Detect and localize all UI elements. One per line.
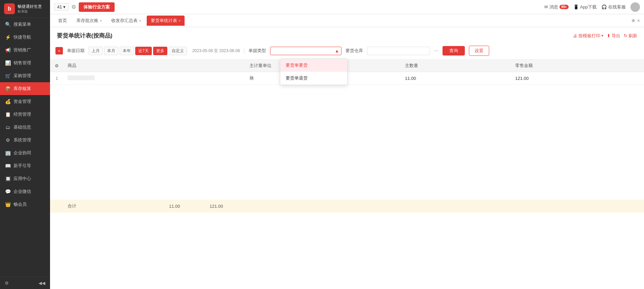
online-service-label: 在线客服 bbox=[608, 4, 626, 10]
tab-order-stats[interactable]: 要货单统计表 × bbox=[147, 16, 185, 26]
tab-home[interactable]: 首页 bbox=[54, 16, 71, 26]
sidebar-item-label: 企业微信 bbox=[14, 188, 31, 195]
filter-settings-button[interactable]: 设置 bbox=[469, 46, 489, 56]
dropdown-item-return[interactable]: 要货单退货 bbox=[280, 72, 347, 85]
sidebar-nav: 🔍 搜索菜单 ⚡ 快捷导航 📢 营销推广 📊 销售管理 🛒 采购管理 📦 库存核… bbox=[0, 18, 50, 277]
chevron-down-icon: ▾ bbox=[601, 34, 603, 38]
warehouse-label: 要货仓库 bbox=[345, 48, 363, 54]
date-btn-custom[interactable]: 自定义 bbox=[169, 47, 187, 55]
chevron-up-icon[interactable]: ▲ bbox=[333, 48, 341, 53]
search-icon: 🔍 bbox=[5, 21, 11, 27]
sidebar-item-label: 资金管理 bbox=[14, 98, 31, 105]
sidebar-item-label: 企业协同 bbox=[14, 150, 31, 156]
th-product: 商品 bbox=[64, 60, 245, 72]
sidebar-item-inventory[interactable]: 📦 库存核算 bbox=[0, 82, 50, 95]
sidebar-item-label: 基础信息 bbox=[14, 124, 31, 130]
sidebar-collapse-icon[interactable]: ◀◀ bbox=[39, 281, 45, 286]
sidebar-item-label: 畅会员 bbox=[14, 201, 27, 207]
money-icon: 💰 bbox=[5, 98, 11, 105]
more-options-icon[interactable]: ··· bbox=[434, 48, 438, 54]
type-select-wrapper[interactable]: ▲ bbox=[270, 47, 341, 55]
sidebar-item-system[interactable]: ⚙ 系统管理 bbox=[0, 134, 50, 147]
sidebar-bottom: ⚙ ◀◀ bbox=[0, 277, 50, 289]
th-amount: 零售金额 bbox=[511, 60, 644, 72]
date-range: 2023-05-06 至 2023-06-06 bbox=[192, 48, 240, 54]
type-dropdown: 要货单要货 要货单退货 bbox=[280, 59, 348, 85]
sidebar-item-guide[interactable]: 📖 新手引导 bbox=[0, 159, 50, 172]
dropdown-item-order[interactable]: 要货单要货 bbox=[280, 59, 347, 72]
company-name: 41 bbox=[57, 4, 62, 9]
date-buttons: 上月 本月 本年 近7天 更多 自定义 bbox=[89, 47, 187, 55]
column-settings-icon[interactable]: ⚙ bbox=[55, 63, 59, 68]
date-btn-last-month[interactable]: 上月 bbox=[89, 47, 103, 55]
th-settings[interactable]: ⚙ bbox=[50, 60, 64, 72]
close-icon[interactable]: × bbox=[100, 19, 102, 23]
sidebar-item-wechat[interactable]: 💬 企业微信 bbox=[0, 185, 50, 198]
query-button[interactable]: 查询 bbox=[443, 46, 465, 55]
sidebar-item-label: 营销推广 bbox=[14, 47, 31, 53]
printer-icon: 🖨 bbox=[573, 33, 577, 38]
date-btn-7days[interactable]: 近7天 bbox=[135, 47, 152, 55]
filter-bar: » 单据日期 上月 本月 本年 近7天 更多 自定义 2023-05-06 至 … bbox=[50, 42, 644, 60]
sidebar-item-label: 库存核算 bbox=[14, 86, 31, 92]
page-title: 要货单统计表(按商品) bbox=[57, 32, 112, 40]
chart-icon: 📊 bbox=[5, 60, 11, 66]
sidebar-item-operations[interactable]: 📋 经营管理 bbox=[0, 108, 50, 121]
row-qty: 11.00 bbox=[401, 72, 511, 85]
sidebar-item-label: 快捷导航 bbox=[14, 34, 31, 40]
sidebar-item-purchase[interactable]: 🛒 采购管理 bbox=[0, 69, 50, 82]
print-label: 按模板打印 bbox=[578, 33, 600, 39]
topbar-settings-icon[interactable]: ⚙ bbox=[71, 4, 76, 10]
tab-collect-summary[interactable]: 收发存汇总表 × bbox=[107, 16, 145, 26]
sidebar-item-marketing[interactable]: 📢 营销推广 bbox=[0, 44, 50, 57]
app-subname: 标准版 bbox=[18, 9, 42, 14]
table-footer: 合计 11.00 121.00 bbox=[50, 200, 644, 213]
close-all-icon[interactable]: × bbox=[637, 18, 640, 23]
sidebar-item-basic-info[interactable]: 🗂 基础信息 bbox=[0, 121, 50, 134]
sidebar-item-finance[interactable]: 💰 资金管理 bbox=[0, 95, 50, 108]
warehouse-input[interactable] bbox=[367, 47, 430, 55]
page-actions: 🖨 按模板打印 ▾ ⬆ 导出 ↻ 刷新 bbox=[573, 33, 637, 39]
date-btn-more[interactable]: 更多 bbox=[153, 47, 167, 55]
messages-item[interactable]: ✉ 消息 99+ bbox=[544, 4, 569, 10]
logo-area: b 畅捷通好生意 标准版 bbox=[0, 0, 50, 18]
sidebar-settings-icon[interactable]: ⚙ bbox=[5, 281, 9, 286]
refresh-label: 刷新 bbox=[628, 33, 637, 39]
messages-badge: 99+ bbox=[559, 5, 569, 9]
sidebar-item-app-center[interactable]: 🔲 应用中心 bbox=[0, 172, 50, 185]
date-btn-this-year[interactable]: 本年 bbox=[120, 47, 134, 55]
product-placeholder bbox=[68, 75, 95, 80]
refresh-button[interactable]: ↻ 刷新 bbox=[624, 33, 637, 39]
export-button[interactable]: ⬆ 导出 bbox=[607, 33, 620, 39]
export-icon: ⬆ bbox=[607, 33, 611, 38]
sidebar-item-search[interactable]: 🔍 搜索菜单 bbox=[0, 18, 50, 31]
page-content: 要货单统计表(按商品) 🖨 按模板打印 ▾ ⬆ 导出 ↻ 刷新 bbox=[50, 27, 644, 289]
user-avatar[interactable] bbox=[630, 2, 640, 12]
row-num: 1 bbox=[50, 72, 64, 85]
filter-divider bbox=[244, 48, 244, 54]
tab-inventory-batch[interactable]: 库存批次账 × bbox=[72, 16, 106, 26]
th-qty: 主数量 bbox=[401, 60, 511, 72]
lightning-icon: ⚡ bbox=[5, 34, 11, 40]
phone-icon: 📱 bbox=[573, 4, 579, 9]
footer-qty: 11.00 bbox=[165, 204, 206, 209]
expand-filter-button[interactable]: » bbox=[55, 47, 63, 54]
print-button[interactable]: 🖨 按模板打印 ▾ bbox=[573, 33, 603, 39]
company-selector[interactable]: 41 ▾ bbox=[54, 3, 69, 11]
expand-icon[interactable]: ⊕ bbox=[631, 18, 635, 23]
online-service-item[interactable]: 🎧 在线客服 bbox=[601, 4, 626, 10]
sidebar-item-member[interactable]: 👑 畅会员 bbox=[0, 198, 50, 211]
close-icon[interactable]: × bbox=[178, 19, 181, 23]
trial-button[interactable]: 体验行业方案 bbox=[79, 2, 115, 12]
close-icon[interactable]: × bbox=[139, 19, 141, 23]
grid-icon: 🔲 bbox=[5, 176, 11, 182]
sidebar-item-quick-nav[interactable]: ⚡ 快捷导航 bbox=[0, 31, 50, 44]
message-icon: ✉ bbox=[544, 4, 548, 9]
type-select-input[interactable] bbox=[270, 47, 333, 55]
app-download-item[interactable]: 📱 App下载 bbox=[573, 4, 597, 10]
footer-amount: 121.00 bbox=[206, 204, 246, 209]
sidebar-item-enterprise[interactable]: 🏢 企业协同 bbox=[0, 147, 50, 159]
tab-label: 要货单统计表 bbox=[151, 18, 177, 24]
sidebar-item-sales[interactable]: 📊 销售管理 bbox=[0, 57, 50, 69]
date-btn-this-month[interactable]: 本月 bbox=[104, 47, 118, 55]
